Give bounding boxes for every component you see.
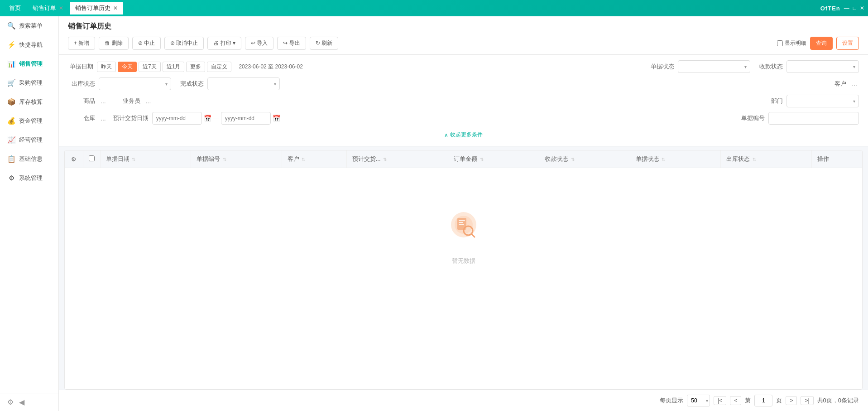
sidebar-item-search-menu-label: 搜索菜单 — [19, 22, 43, 30]
prev-page-btn[interactable]: < — [730, 396, 741, 405]
dept-label: 部门 — [756, 97, 783, 105]
tab-sales-order-history-close[interactable]: ✕ — [113, 5, 118, 11]
date-yesterday[interactable]: 昨天 — [97, 62, 116, 72]
receipt-status-select[interactable] — [786, 60, 859, 73]
new-button[interactable]: + 新增 — [68, 37, 95, 50]
delivery-date-from-icon[interactable]: 📅 — [204, 115, 211, 122]
next-page-btn[interactable]: > — [786, 396, 797, 405]
sidebar-item-sales-mgmt[interactable]: 📊 销售管理 — [0, 54, 58, 73]
sidebar-item-basic-info-label: 基础信息 — [19, 155, 43, 163]
th-settings[interactable]: ⚙ — [65, 150, 83, 168]
warehouse-out-select[interactable] — [99, 77, 171, 90]
salesperson-ellipsis[interactable]: ... — [144, 97, 153, 105]
th-warehouse-status-sort[interactable]: ⇅ — [753, 157, 756, 162]
delivery-date-to-icon[interactable]: 📅 — [273, 115, 280, 122]
sidebar-item-purchase-mgmt[interactable]: 🛒 采购管理 — [0, 73, 58, 92]
th-receipt-status-sort[interactable]: ⇅ — [571, 157, 575, 162]
table-area: ⚙ 单据日期 ⇅ 单据编号 ⇅ — [64, 150, 863, 390]
inventory-icon: 📦 — [7, 98, 15, 106]
empty-text: 暂无数据 — [452, 257, 475, 265]
completion-select[interactable] — [207, 77, 280, 90]
sidebar-item-inventory[interactable]: 📦 库存核算 — [0, 92, 58, 111]
delete-button[interactable]: 🗑 删除 — [99, 37, 128, 50]
toolbar-right: 显示明细 查询 设置 — [777, 37, 859, 50]
cancel-stop-button[interactable]: ⊘ 取消中止 — [164, 37, 204, 50]
settings-icon[interactable]: ⚙ — [71, 156, 77, 163]
customer-label: 客户 — [819, 80, 846, 88]
sidebar-item-search-menu[interactable]: 🔍 搜索菜单 — [0, 16, 58, 35]
sidebar-item-operations[interactable]: 📈 经营管理 — [0, 131, 58, 150]
th-order-status-sort[interactable]: ⇅ — [662, 157, 665, 162]
sidebar-item-operations-label: 经营管理 — [19, 136, 43, 144]
customer-ellipsis[interactable]: ... — [850, 80, 859, 87]
th-order-status: 单据状态 ⇅ — [630, 150, 721, 168]
th-customer-sort[interactable]: ⇅ — [302, 157, 305, 162]
warehouse-ellipsis[interactable]: ... — [99, 115, 108, 122]
filter-receipt-status-group: 收款状态 — [756, 60, 859, 73]
export-button[interactable]: ↪ 导出 — [277, 37, 306, 50]
svg-rect-4 — [459, 222, 463, 223]
sidebar-item-basic-info[interactable]: 📋 基础信息 — [0, 150, 58, 169]
data-table: ⚙ 单据日期 ⇅ 单据编号 ⇅ — [65, 150, 862, 301]
tab-sales-order-close[interactable]: ✕ — [59, 5, 63, 11]
product-ellipsis[interactable]: ... — [99, 97, 108, 105]
filter-dept-group: 部门 — [756, 95, 859, 107]
collapse-btn[interactable]: ∧ 收起更多条件 — [68, 129, 859, 140]
order-status-select[interactable] — [678, 60, 750, 73]
th-checkbox — [83, 150, 100, 168]
date-custom[interactable]: 自定义 — [207, 62, 231, 72]
order-no-input[interactable] — [768, 112, 859, 125]
brand-text: OfTEn — [820, 5, 840, 12]
sidebar-item-purchase-mgmt-label: 采购管理 — [19, 79, 43, 87]
date-range-text: 2023-06-02 至 2023-06-02 — [239, 63, 302, 71]
date-more[interactable]: 更多 — [186, 62, 205, 72]
query-button[interactable]: 查询 — [810, 37, 833, 50]
th-amount-sort[interactable]: ⇅ — [480, 157, 484, 162]
settings-button[interactable]: 设置 — [836, 37, 859, 50]
sidebar-item-system[interactable]: ⚙ 系统管理 — [0, 169, 58, 188]
display-detail-toggle[interactable]: 显示明细 — [777, 39, 806, 47]
th-date-sort[interactable]: ⇅ — [132, 157, 135, 162]
first-page-btn[interactable]: |< — [714, 396, 726, 405]
import-button[interactable]: ↩ 导入 — [245, 37, 273, 50]
svg-line-7 — [471, 234, 475, 237]
per-page-select[interactable]: 50 100 200 — [687, 395, 710, 406]
date-1month[interactable]: 近1月 — [163, 62, 185, 72]
th-amount-label: 订单金额 — [454, 155, 477, 162]
filter-order-no-group: 单据编号 — [738, 112, 859, 125]
th-order-no: 单据编号 ⇅ — [191, 150, 282, 168]
window-close-btn[interactable]: ✕ — [860, 5, 864, 11]
th-order-no-sort[interactable]: ⇅ — [223, 157, 226, 162]
tab-home[interactable]: 首页 — [4, 2, 26, 15]
total-text: 共0页，0条记录 — [817, 396, 859, 405]
per-page-select-wrapper: 50 100 200 ▾ — [687, 395, 710, 406]
sidebar-settings-icon[interactable]: ⚙ — [7, 398, 14, 406]
sidebar-item-finance[interactable]: 💰 资金管理 — [0, 111, 58, 131]
display-detail-checkbox[interactable] — [777, 40, 783, 46]
sidebar-item-quick-nav[interactable]: ⚡ 快捷导航 — [0, 35, 58, 54]
th-delivery-date: 预计交货... ⇅ — [346, 150, 448, 168]
delivery-date-to[interactable] — [221, 112, 271, 125]
window-max-btn[interactable]: □ — [853, 5, 856, 11]
sidebar-collapse-icon[interactable]: ◀ — [19, 398, 24, 406]
dept-select[interactable] — [786, 95, 859, 107]
stop-button[interactable]: ⊘ 中止 — [132, 37, 161, 50]
select-all-checkbox[interactable] — [89, 155, 95, 161]
page-number-input[interactable] — [754, 395, 772, 406]
date-to-text: 2023-06-02 — [275, 63, 302, 70]
date-7days[interactable]: 近7天 — [139, 62, 161, 72]
print-button[interactable]: 🖨 打印 ▾ — [207, 37, 241, 50]
filter-warehouse-out-group: 出库状态 — [68, 77, 171, 90]
window-min-btn[interactable]: — — [844, 5, 849, 11]
footer: 每页显示 50 100 200 ▾ |< < 第 页 > >| 共0页，0条记录 — [59, 390, 868, 411]
per-page-label: 每页显示 — [660, 396, 683, 405]
th-delivery-date-sort[interactable]: ⇅ — [383, 157, 387, 162]
tab-sales-order[interactable]: 销售订单 ✕ — [27, 2, 69, 15]
delivery-date-from[interactable] — [152, 112, 202, 125]
page-unit: 页 — [776, 396, 782, 405]
last-page-btn[interactable]: >| — [801, 396, 813, 405]
tab-sales-order-history[interactable]: 销售订单历史 ✕ — [70, 2, 123, 15]
order-status-select-wrapper — [678, 60, 750, 73]
refresh-button[interactable]: ↻ 刷新 — [310, 37, 338, 50]
date-today[interactable]: 今天 — [118, 62, 137, 72]
